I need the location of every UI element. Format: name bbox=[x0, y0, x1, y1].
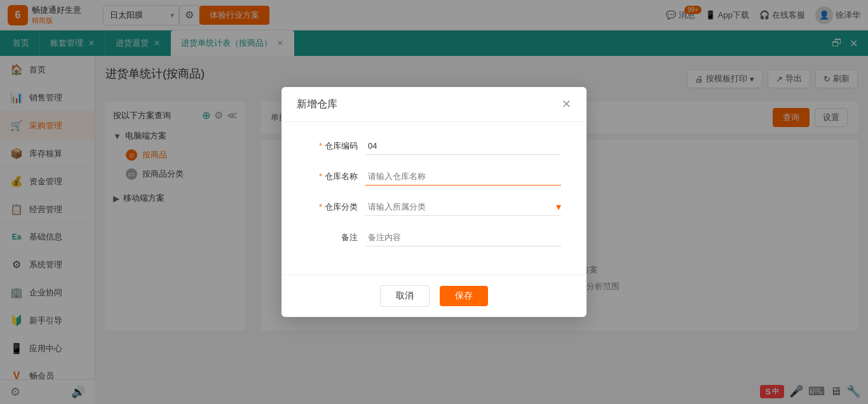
remark-input[interactable] bbox=[365, 229, 561, 246]
warehouse-code-input[interactable] bbox=[365, 137, 561, 155]
dialog-header: 新增仓库 ✕ bbox=[281, 87, 587, 122]
warehouse-name-label: 仓库名称 bbox=[307, 171, 358, 182]
warehouse-name-row: 仓库名称 bbox=[307, 168, 561, 185]
dialog-body: 仓库编码 仓库名称 仓库分类 ▾ 备注 bbox=[281, 122, 587, 274]
warehouse-category-row: 仓库分类 ▾ bbox=[307, 198, 561, 216]
cancel-button[interactable]: 取消 bbox=[380, 285, 430, 307]
dialog-footer: 取消 保存 bbox=[281, 274, 587, 317]
dialog-title: 新增仓库 bbox=[297, 98, 337, 111]
warehouse-code-row: 仓库编码 bbox=[307, 137, 561, 155]
warehouse-category-select-wrap[interactable]: ▾ bbox=[365, 198, 561, 216]
new-warehouse-dialog: 新增仓库 ✕ 仓库编码 仓库名称 仓库分类 ▾ 备注 取消 保存 bbox=[281, 87, 587, 317]
dialog-close-button[interactable]: ✕ bbox=[562, 97, 571, 111]
warehouse-code-label: 仓库编码 bbox=[307, 140, 358, 152]
warehouse-category-input[interactable] bbox=[365, 198, 556, 215]
warehouse-name-input[interactable] bbox=[365, 168, 561, 185]
save-button[interactable]: 保存 bbox=[440, 286, 488, 306]
category-dropdown-icon[interactable]: ▾ bbox=[556, 201, 561, 213]
remark-label: 备注 bbox=[307, 232, 358, 243]
warehouse-category-label: 仓库分类 bbox=[307, 201, 358, 213]
remark-row: 备注 bbox=[307, 229, 561, 246]
